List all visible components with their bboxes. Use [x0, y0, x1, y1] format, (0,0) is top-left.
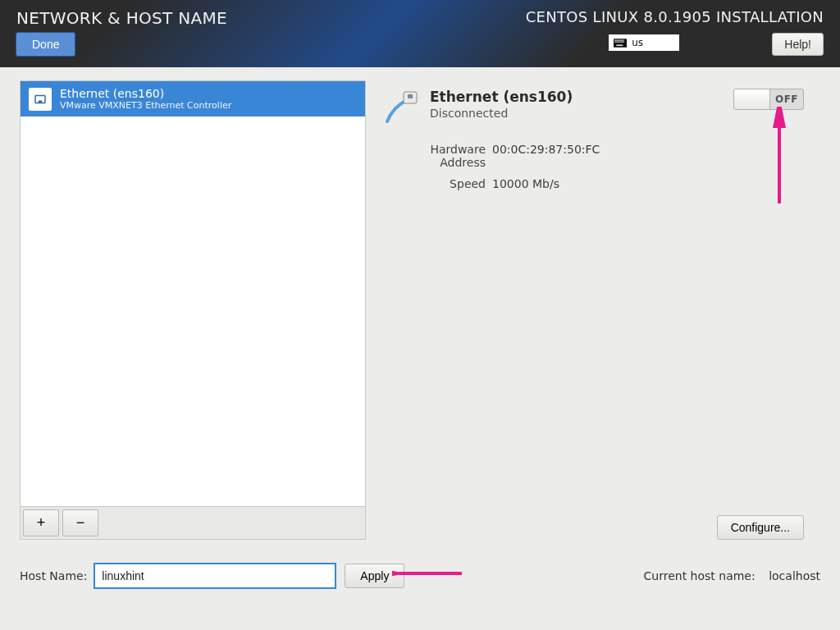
hw-address-value: 00:0C:29:87:50:FC [492, 143, 820, 169]
help-button[interactable]: Help! [772, 33, 824, 56]
svg-rect-8 [616, 41, 617, 42]
content-area: Ethernet (ens160) VMware VMXNET3 Etherne… [0, 67, 840, 553]
svg-rect-1 [614, 39, 615, 40]
interface-list-item[interactable]: Ethernet (ens160) VMware VMXNET3 Etherne… [21, 81, 365, 116]
svg-rect-13 [616, 44, 623, 45]
hostname-bar: Host Name: Apply Current host name: loca… [0, 553, 840, 589]
interface-info: Hardware Address 00:0C:29:87:50:FC Speed… [382, 143, 820, 190]
interface-details: Ethernet (ens160) Disconnected OFF Hardw… [382, 80, 820, 540]
ethernet-cable-icon [382, 89, 422, 128]
toggle-knob [734, 89, 770, 109]
svg-rect-12 [623, 41, 623, 42]
svg-rect-7 [614, 41, 615, 42]
interface-list-panel: Ethernet (ens160) VMware VMXNET3 Etherne… [20, 80, 366, 540]
interface-toggle[interactable]: OFF [733, 89, 804, 110]
svg-rect-4 [619, 39, 620, 40]
configure-button[interactable]: Configure... [717, 515, 804, 540]
hostname-label: Host Name: [20, 569, 87, 582]
svg-rect-3 [618, 39, 619, 40]
keyboard-indicator[interactable]: us [609, 34, 679, 51]
interface-item-name: Ethernet (ens160) [60, 87, 231, 100]
interface-item-device: VMware VMXNET3 Ethernet Controller [60, 100, 231, 111]
svg-rect-9 [618, 41, 619, 42]
interface-status: Disconnected [430, 107, 573, 120]
top-bar: NETWORK & HOST NAME CENTOS LINUX 8.0.190… [0, 0, 840, 67]
svg-rect-17 [408, 94, 413, 98]
svg-rect-5 [621, 39, 622, 40]
speed-value: 10000 Mb/s [492, 177, 820, 190]
svg-rect-11 [621, 41, 622, 42]
keyboard-icon [614, 39, 627, 48]
remove-interface-button[interactable]: − [62, 509, 98, 536]
svg-rect-15 [39, 100, 43, 103]
hw-address-label: Hardware Address [382, 143, 486, 169]
svg-rect-6 [623, 39, 623, 40]
hostname-input[interactable] [94, 563, 336, 589]
current-hostname-label: Current host name: [644, 569, 756, 582]
interface-title: Ethernet (ens160) [430, 89, 573, 105]
svg-rect-2 [616, 39, 617, 40]
svg-rect-10 [619, 41, 620, 42]
keyboard-layout-label: us [632, 37, 643, 48]
add-interface-button[interactable]: + [23, 509, 59, 536]
ethernet-icon [29, 88, 52, 111]
apply-button[interactable]: Apply [345, 564, 404, 588]
installer-title: CENTOS LINUX 8.0.1905 INSTALLATION [526, 8, 824, 25]
speed-label: Speed [382, 177, 486, 190]
interface-list[interactable]: Ethernet (ens160) VMware VMXNET3 Etherne… [21, 81, 365, 506]
done-button[interactable]: Done [16, 33, 75, 56]
toggle-label: OFF [770, 89, 803, 109]
list-toolbar: + − [21, 506, 365, 539]
current-hostname-value: localhost [769, 569, 820, 582]
